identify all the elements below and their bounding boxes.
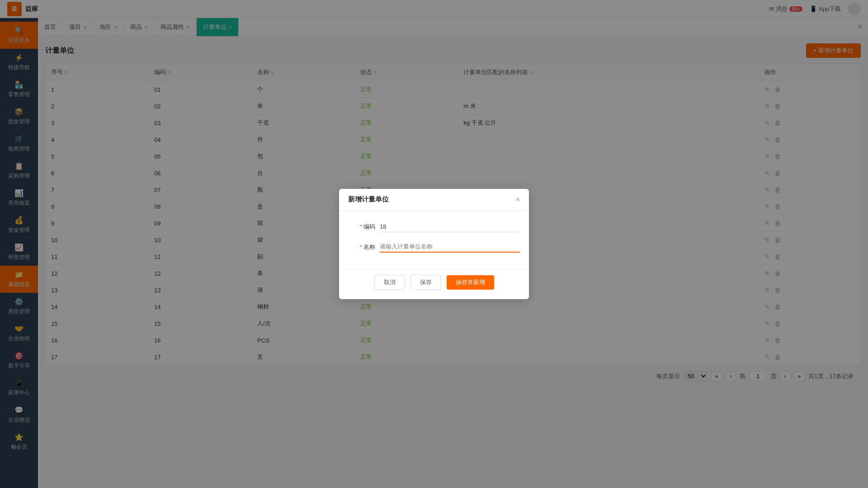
save-button[interactable]: 保存 <box>410 275 441 290</box>
save-and-new-button[interactable]: 保存并新增 <box>447 275 494 290</box>
name-input[interactable] <box>380 241 520 253</box>
name-label: *名称 <box>348 243 375 251</box>
code-form-row: *编码 <box>348 221 520 232</box>
modal-close-button[interactable]: × <box>516 196 520 204</box>
modal-body: *编码 *名称 <box>339 211 529 269</box>
code-input[interactable] <box>380 221 520 232</box>
modal-header: 新增计量单位 × <box>339 189 529 211</box>
code-label: *编码 <box>348 223 375 231</box>
modal-title: 新增计量单位 <box>348 195 389 204</box>
modal-footer: 取消 保存 保存并新增 <box>339 269 529 299</box>
name-form-row: *名称 <box>348 241 520 253</box>
modal-overlay[interactable]: 新增计量单位 × *编码 *名称 取消 保存 保存并新增 <box>0 0 868 488</box>
add-measure-unit-modal: 新增计量单位 × *编码 *名称 取消 保存 保存并新增 <box>339 189 529 299</box>
cancel-button[interactable]: 取消 <box>374 275 405 290</box>
